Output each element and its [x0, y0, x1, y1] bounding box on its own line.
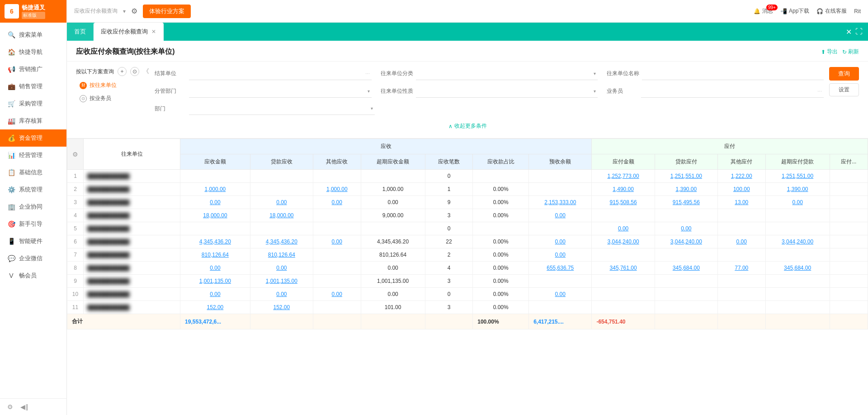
table-cell[interactable]: 3,044,240.00	[592, 235, 655, 248]
table-cell[interactable]: 0.00	[313, 288, 361, 301]
table-cell[interactable]: 0.00	[765, 196, 830, 209]
table-cell[interactable]: 0.00	[529, 288, 592, 301]
table-cell[interactable]: 1,222.00	[718, 170, 766, 183]
sidebar-item-member[interactable]: V 畅会员	[0, 267, 66, 284]
bottom-settings-icon[interactable]: ⚙	[7, 403, 13, 410]
table-cell[interactable]: 915,508.56	[592, 196, 655, 209]
settings-col-header[interactable]: ⚙	[67, 139, 84, 170]
filter-add-button[interactable]: +	[118, 67, 127, 76]
sidebar-item-inventory[interactable]: 🏭 库存核算	[0, 112, 66, 129]
table-cell[interactable]: 0.00	[250, 196, 313, 209]
sidebar-item-marketing[interactable]: 📢 营销推广	[0, 61, 66, 78]
refresh-button[interactable]: ↻ 刷新	[842, 48, 859, 56]
wanglai-fenlei-dropdown[interactable]: ▾	[416, 67, 598, 80]
table-cell[interactable]: 0.00	[718, 235, 766, 248]
table-cell[interactable]: 77.00	[718, 262, 766, 275]
table-cell[interactable]: 13.00	[718, 196, 766, 209]
table-cell[interactable]: 1,001,135.00	[180, 275, 250, 288]
table-cell[interactable]: 345,684.00	[655, 262, 717, 275]
tab-home[interactable]: 首页	[67, 23, 94, 41]
sidebar-item-hardware[interactable]: 📱 智能硬件	[0, 233, 66, 250]
table-cell[interactable]: 1,251,551.00	[655, 170, 717, 183]
bottom-collapse-icon[interactable]: ◀‖	[20, 403, 28, 410]
app-download-button[interactable]: 📲 App下载	[780, 7, 809, 15]
table-cell[interactable]: 0.00	[592, 222, 655, 235]
nav-dropdown-arrow[interactable]: ▾	[123, 8, 126, 14]
user-profile[interactable]: Rit	[854, 8, 861, 14]
cta-button[interactable]: 体验行业方案	[143, 5, 191, 18]
yewuyuan-input[interactable]	[641, 85, 816, 97]
table-cell[interactable]: 4,345,436.20	[180, 235, 250, 248]
table-cell[interactable]: 0.00	[180, 262, 250, 275]
sidebar-item-purchase[interactable]: 🛒 采购管理	[0, 95, 66, 112]
table-container[interactable]: ⚙ 往来单位 应收 应付 应收金额 贷款应收 其他应收 超期应收金额 应收笔数 …	[67, 138, 868, 415]
yewuyuan-more-icon[interactable]: ···	[816, 88, 824, 94]
table-cell[interactable]: 1,390.00	[765, 183, 830, 196]
table-cell[interactable]: 1,001,135.00	[250, 275, 313, 288]
sidebar-item-quicknav[interactable]: 🏠 快捷导航	[0, 43, 66, 61]
wanglai-xingzhi-dropdown[interactable]: ▾	[416, 85, 598, 98]
sidebar-item-finance[interactable]: 💰 资金管理	[0, 129, 66, 147]
table-cell[interactable]: 1,251,551.00	[765, 170, 830, 183]
table-cell[interactable]: 655,636.75	[529, 262, 592, 275]
table-cell[interactable]: 0.00	[655, 222, 717, 235]
table-cell[interactable]: 152.00	[180, 301, 250, 314]
table-settings-icon[interactable]: ⚙	[72, 151, 78, 158]
sidebar-item-operation[interactable]: 📊 经营管理	[0, 147, 66, 164]
notifications-button[interactable]: 🔔 消息 99+	[754, 7, 773, 15]
table-cell[interactable]: 1,000.00	[313, 183, 361, 196]
jiesuan-input[interactable]	[189, 67, 363, 80]
header-settings-icon[interactable]: ⚙	[131, 7, 137, 15]
tab-close-btn[interactable]: ✕	[846, 28, 852, 36]
table-cell[interactable]: 810,126.64	[180, 248, 250, 262]
table-cell[interactable]: 0.00	[529, 235, 592, 248]
table-cell[interactable]: 100.00	[718, 183, 766, 196]
sidebar-item-system[interactable]: ⚙️ 系统管理	[0, 181, 66, 198]
fenguan-dropdown[interactable]: ▾	[189, 85, 372, 98]
sidebar-item-basic[interactable]: 📋 基础信息	[0, 164, 66, 181]
table-cell[interactable]: 1,490.00	[592, 183, 655, 196]
sidebar-item-collab[interactable]: 🏢 企业协同	[0, 198, 66, 215]
table-cell[interactable]: 345,684.00	[765, 262, 830, 275]
filter-settings-icon[interactable]: ⊙	[130, 67, 139, 76]
table-cell[interactable]: 345,761.00	[592, 262, 655, 275]
collapse-more-button[interactable]: ∧ 收起更多条件	[76, 119, 859, 133]
table-cell[interactable]: 2,153,333.00	[529, 196, 592, 209]
table-cell[interactable]: 810,126.64	[250, 248, 313, 262]
scheme-by-staff[interactable]: ⊙ 按业务员	[76, 93, 149, 104]
wanglai-mingcheng-input[interactable]	[642, 67, 824, 80]
table-cell[interactable]: 18,000.00	[250, 209, 313, 222]
table-cell[interactable]: 3,044,240.00	[765, 235, 830, 248]
table-cell[interactable]: 4,345,436.20	[250, 235, 313, 248]
table-cell[interactable]: 915,495.56	[655, 196, 717, 209]
table-cell[interactable]: 18,000.00	[180, 209, 250, 222]
sidebar-item-wechat[interactable]: 💬 企业微信	[0, 250, 66, 267]
sidebar-item-sales[interactable]: 💼 销售管理	[0, 78, 66, 95]
jiesuan-more-icon[interactable]: ···	[363, 70, 372, 76]
table-cell[interactable]: 0.00	[250, 288, 313, 301]
tab-maximize-btn[interactable]: ⛶	[855, 28, 863, 36]
sidebar-item-search[interactable]: 🔍 搜索菜单	[0, 26, 66, 43]
online-service-button[interactable]: 🎧 在线客服	[816, 7, 847, 15]
table-cell[interactable]: 0.00	[180, 288, 250, 301]
footer-yingshou-amount[interactable]: 19,553,472,6...	[180, 314, 250, 329]
table-cell[interactable]: 0.00	[250, 262, 313, 275]
settings-button[interactable]: 设置	[829, 83, 859, 96]
filter-collapse-icon[interactable]: 《	[143, 67, 149, 76]
table-cell[interactable]: 0.00	[313, 235, 361, 248]
table-cell[interactable]: 1,000.00	[180, 183, 250, 196]
table-cell[interactable]: 1,390.00	[655, 183, 717, 196]
bumen-dropdown[interactable]: ▾	[189, 102, 375, 115]
table-cell[interactable]: 152.00	[250, 301, 313, 314]
query-button[interactable]: 查询	[829, 67, 859, 81]
footer-prepay-balance[interactable]: 6,417,215....	[529, 314, 592, 329]
table-cell[interactable]: 3,044,240.00	[655, 235, 717, 248]
table-cell[interactable]: 0.00	[313, 196, 361, 209]
scheme-by-unit[interactable]: 财 按往来单位	[76, 80, 149, 91]
tab-arbal[interactable]: 应收应付余额查询 ✕	[94, 23, 164, 41]
table-cell[interactable]: 0.00	[529, 248, 592, 262]
export-button[interactable]: ⬆ 导出	[821, 48, 838, 56]
table-cell[interactable]: 1,252,773.00	[592, 170, 655, 183]
sidebar-item-guide[interactable]: 🎯 新手引导	[0, 215, 66, 233]
table-cell[interactable]: 0.00	[529, 209, 592, 222]
